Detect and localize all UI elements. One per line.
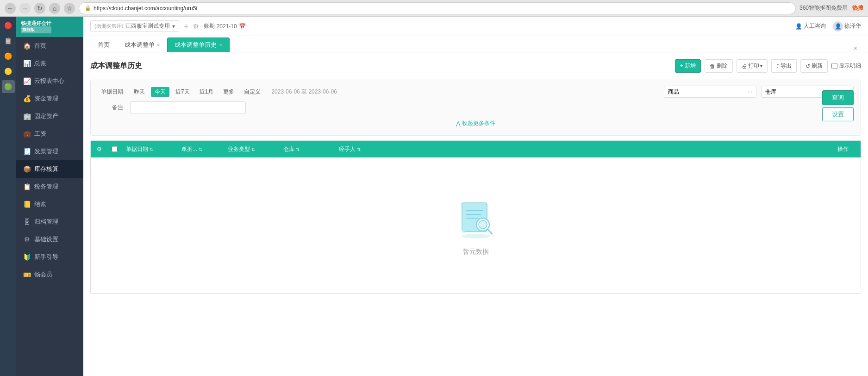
- display-toggle[interactable]: 显示明细: [831, 62, 861, 70]
- sidebar-item-invoice[interactable]: 🧾 发票管理: [16, 143, 83, 160]
- print-icon: 🖨: [742, 63, 747, 69]
- date-option-more[interactable]: 更多: [219, 87, 238, 97]
- th-warehouse[interactable]: 仓库 ⇅: [279, 145, 334, 153]
- display-toggle-checkbox[interactable]: [831, 63, 837, 69]
- refresh-button[interactable]: ↺ 刷新: [800, 59, 828, 73]
- filter-settings-button[interactable]: 设置: [822, 107, 854, 121]
- sidebar-item-inventory[interactable]: 📦 库存核算: [16, 160, 83, 178]
- sidebar-icon-item-3[interactable]: 🟠: [2, 50, 15, 63]
- url-text: https://cloud.chanjet.com/accounting/uru…: [94, 5, 197, 12]
- print-button[interactable]: 🖨 打印 ▾: [737, 59, 768, 73]
- date-option-custom[interactable]: 自定义: [240, 87, 264, 97]
- nav-sidebar: 畅捷通好会计 旗舰版 🏠 首页 📊 总账 📈 云报表中心 💰 资金管理 🏢 固定…: [16, 17, 83, 376]
- consult-btn[interactable]: 👤 人工咨询: [795, 22, 826, 30]
- date-option-today[interactable]: 今天: [151, 87, 169, 97]
- sidebar-icon-item-1[interactable]: 🔴: [2, 19, 15, 32]
- th-voucher-label: 单据...: [181, 145, 197, 153]
- headset-icon: 👤: [795, 23, 802, 30]
- reload-button[interactable]: ↻: [34, 3, 45, 14]
- sidebar-item-settings[interactable]: ⚙ 基础设置: [16, 231, 83, 248]
- security-icon: 🔒: [85, 5, 91, 11]
- invoice-nav-icon: 🧾: [23, 148, 31, 155]
- empty-svg: [453, 194, 499, 241]
- product-select[interactable]: 商品 ···: [664, 86, 756, 98]
- new-button[interactable]: + 新增: [675, 59, 701, 73]
- back-button[interactable]: ←: [5, 3, 16, 14]
- add-workspace-icon[interactable]: +: [184, 22, 188, 31]
- url-bar[interactable]: 🔒 https://cloud.chanjet.com/accounting/u…: [79, 2, 796, 14]
- th-voucher-sort-icon: ⇅: [199, 147, 202, 152]
- sidebar-item-label-guide: 新手引导: [34, 253, 58, 261]
- sidebar-item-closing[interactable]: 📒 结账: [16, 195, 83, 213]
- th-biztype-label: 业务类型: [228, 145, 250, 153]
- sidebar-item-archive[interactable]: 🗄 归档管理: [16, 213, 83, 231]
- tab-cost-adjust-close[interactable]: ×: [157, 42, 160, 48]
- sidebar-item-ledger[interactable]: 📊 总账: [16, 55, 83, 72]
- tab-cost-adjust-label: 成本调整单: [125, 41, 155, 49]
- filter-area: 单据日期 昨天 今天 近7天 近1月 更多 自定义 2023-06-06 至 2…: [90, 80, 861, 136]
- star-button[interactable]: ☆: [64, 3, 75, 14]
- th-biztype[interactable]: 业务类型 ⇅: [223, 145, 279, 153]
- member-nav-icon: 🎫: [23, 271, 31, 278]
- period-value: 2021-10: [217, 23, 237, 30]
- close-all-icon[interactable]: ×: [850, 44, 861, 52]
- collapse-area: ⋀ 收起更多条件: [98, 117, 854, 130]
- sidebar-item-member[interactable]: 🎫 畅会员: [16, 266, 83, 283]
- tax-nav-icon: 📋: [23, 183, 31, 190]
- user-info[interactable]: 👤 徐泽华: [833, 21, 861, 31]
- sidebar-item-cloud-report[interactable]: 📈 云报表中心: [16, 72, 83, 90]
- tab-cost-adjust-history[interactable]: 成本调整单历史 ×: [167, 38, 229, 52]
- calendar-icon[interactable]: 📅: [239, 23, 246, 30]
- sidebar-item-home[interactable]: 🏠 首页: [16, 37, 83, 55]
- sidebar-item-label-fund: 资金管理: [34, 94, 58, 103]
- sidebar-icon-item-5[interactable]: 🟢: [2, 80, 15, 93]
- sidebar-item-fund[interactable]: 💰 资金管理: [16, 90, 83, 107]
- th-handler[interactable]: 经手人 ⇅: [334, 145, 404, 153]
- sidebar-item-guide[interactable]: 🔰 新手引导: [16, 248, 83, 266]
- sidebar-icon-item-2[interactable]: 📋: [2, 34, 15, 47]
- date-option-yesterday[interactable]: 昨天: [130, 87, 149, 97]
- header-right: 👤 人工咨询 👤 徐泽华: [795, 21, 861, 31]
- tab-home-label: 首页: [98, 41, 110, 49]
- th-voucher[interactable]: 单据... ⇅: [177, 145, 223, 153]
- delete-button[interactable]: 🗑 删除: [705, 59, 733, 73]
- export-button[interactable]: ⤴ 导出: [771, 59, 797, 73]
- period-label: 账期 2021-10 📅: [204, 22, 246, 30]
- sidebar-item-fixed-assets[interactable]: 🏢 固定资产: [16, 107, 83, 125]
- tab-cost-adjust[interactable]: 成本调整单 ×: [117, 38, 167, 52]
- workspace-selector[interactable]: (勿删勿禁用) 江西服宝测试专用 ▾: [90, 20, 179, 32]
- th-date[interactable]: 单据日期 ⇅: [121, 145, 177, 153]
- table-container: ⚙ 单据日期 ⇅ 单据... ⇅ 业务类型 ⇅: [90, 140, 861, 294]
- tab-cost-adjust-history-close[interactable]: ×: [219, 42, 222, 48]
- date-option-7days[interactable]: 近7天: [172, 87, 194, 97]
- app-edition: 旗舰版: [21, 26, 51, 33]
- sidebar-item-label-archive: 归档管理: [34, 218, 58, 226]
- forward-button[interactable]: →: [19, 3, 31, 14]
- th-settings[interactable]: ⚙: [91, 146, 107, 152]
- empty-text: 暂元数据: [463, 248, 489, 256]
- tab-bar: 首页 成本调整单 × 成本调整单历史 × ×: [83, 36, 868, 52]
- filter-row-date: 单据日期 昨天 今天 近7天 近1月 更多 自定义 2023-06-06 至 2…: [98, 86, 854, 98]
- sidebar-icon-item-4[interactable]: 🟡: [2, 65, 15, 78]
- th-checkbox[interactable]: [107, 146, 121, 152]
- fixed-assets-nav-icon: 🏢: [23, 113, 31, 120]
- note-filter-input[interactable]: [130, 101, 246, 113]
- query-button[interactable]: 查询: [822, 90, 854, 105]
- icon-sidebar: 🔴 📋 🟠 🟡 🟢: [0, 17, 16, 376]
- app-logo-text: 畅捷通好会计: [21, 20, 51, 26]
- app-header: (勿删勿禁用) 江西服宝测试专用 ▾ + ⚙ 账期 2021-10 📅 👤 人工…: [83, 17, 868, 36]
- gear-icon[interactable]: ⚙: [193, 23, 199, 30]
- th-warehouse-label: 仓库: [283, 145, 294, 153]
- sidebar-item-salary[interactable]: 💼 工资: [16, 125, 83, 143]
- home-button[interactable]: ⌂: [49, 3, 60, 14]
- select-all-checkbox[interactable]: [112, 146, 118, 152]
- sidebar-item-tax[interactable]: 📋 税务管理: [16, 178, 83, 195]
- tab-home[interactable]: 首页: [90, 38, 117, 52]
- main-content: (勿删勿禁用) 江西服宝测试专用 ▾ + ⚙ 账期 2021-10 📅 👤 人工…: [83, 17, 868, 376]
- th-ops: 操作: [833, 145, 861, 153]
- sidebar-item-label-inventory: 库存核算: [34, 165, 58, 173]
- collapse-btn[interactable]: ⋀ 收起更多条件: [456, 119, 495, 127]
- date-option-1month[interactable]: 近1月: [196, 87, 218, 97]
- delete-icon: 🗑: [710, 63, 715, 69]
- settings-nav-icon: ⚙: [23, 236, 31, 243]
